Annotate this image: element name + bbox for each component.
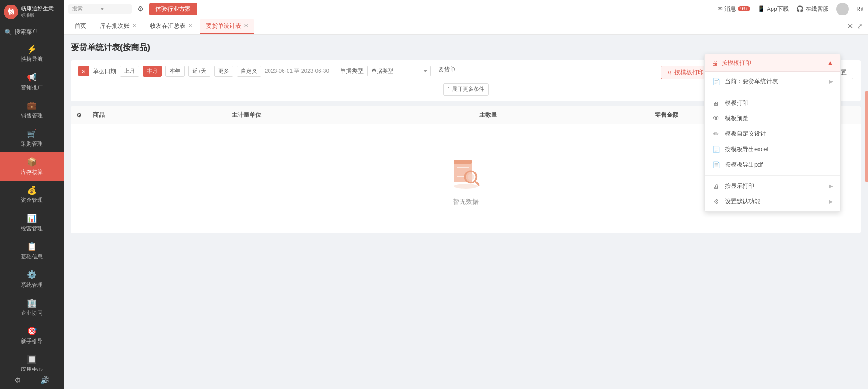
tab-home[interactable]: 首页: [68, 19, 93, 34]
sidebar-footer: ⚙ 🔊: [0, 371, 64, 389]
topbar-gear-icon[interactable]: ⚙: [137, 5, 144, 13]
filter-date-section: 单据日期 上月 本月 本年 近7天 更多 自定义 2023-06-01 至 20…: [93, 66, 329, 77]
industry-btn[interactable]: 体验行业方案: [149, 3, 197, 15]
dropdown-section-display: 🖨 按显示打印 ▶ ⚙ 设置默认功能 ▶: [705, 177, 840, 211]
svg-line-8: [475, 181, 479, 185]
message-badge: 99+: [738, 6, 750, 11]
sidebar-item-system[interactable]: ⚙️ 系统管理: [0, 265, 64, 293]
sidebar-item-quick-nav[interactable]: ⚡ 快捷导航: [0, 40, 64, 68]
tab-inventory-batch[interactable]: 库存批次账 ✕: [94, 19, 143, 34]
tab-close-order-stats[interactable]: ✕: [244, 23, 248, 29]
filter-type-section: 单据类型 单据类型: [340, 66, 431, 76]
tab-close-receipt-summary[interactable]: ✕: [188, 23, 192, 29]
date-btn-more[interactable]: 更多: [214, 66, 233, 77]
svg-rect-2: [454, 160, 472, 164]
quick-nav-icon: ⚡: [27, 44, 37, 54]
col-quantity: 主数量: [474, 106, 649, 124]
dropdown-template-print[interactable]: 🖨 模板打印: [705, 95, 840, 111]
app-icon: 📱: [758, 5, 765, 12]
right-scrollbar[interactable]: [865, 91, 868, 182]
sidebar-item-newbie[interactable]: 🎯 新手引导: [0, 322, 64, 350]
sidebar-item-finance[interactable]: 💰 资金管理: [0, 181, 64, 209]
marketing-icon: 📢: [27, 72, 37, 82]
search-dropdown-icon: ▼: [100, 6, 128, 11]
order-type-select[interactable]: 单据类型: [367, 66, 431, 76]
filter-expand-btn[interactable]: »: [78, 66, 89, 76]
online-service-btn[interactable]: 🎧 在线客服: [796, 5, 829, 13]
sidebar-item-purchase[interactable]: 🛒 采购管理: [0, 124, 64, 152]
sidebar-item-operations[interactable]: 📊 经营管理: [0, 209, 64, 237]
sidebar-item-sales[interactable]: 💼 销售管理: [0, 96, 64, 124]
username-label[interactable]: Rit: [856, 5, 863, 12]
dropdown-collapse-btn[interactable]: ▲: [828, 60, 833, 66]
date-btn-last-month[interactable]: 上月: [120, 66, 139, 77]
default-function-icon: ⚙: [712, 198, 720, 205]
template-design-icon: ✏: [712, 130, 720, 137]
dropdown-divider-1: [705, 92, 840, 92]
dropdown-current-template[interactable]: 📄 当前：要货单统计表 ▶: [705, 74, 840, 89]
topbar: 搜索 ▼ ⚙ 体验行业方案 ✉ 消息 99+ 📱 App下载 🎧 在线客服 Ri…: [64, 0, 868, 18]
user-avatar[interactable]: [836, 3, 849, 15]
dropdown-template-export-excel[interactable]: 📄 按模板导出excel: [705, 141, 840, 157]
tab-order-stats[interactable]: 要货单统计表 ✕: [200, 19, 254, 34]
template-preview-icon: 👁: [712, 115, 720, 122]
tab-expand-btn[interactable]: ⤢: [856, 21, 863, 31]
sidebar: 畅 畅康通好生意 标准版 🔍 搜索菜单 ⚡ 快捷导航 📢 营销推广 💼 销售管理…: [0, 0, 64, 389]
enterprise-icon: 🏢: [27, 298, 37, 308]
print-header-icon: 🖨: [712, 60, 718, 66]
date-btn-this-year[interactable]: 本年: [165, 66, 185, 77]
col-product: 商品: [87, 106, 226, 124]
sidebar-item-inventory[interactable]: 📦 库存核算: [0, 152, 64, 181]
sidebar-sound-btn[interactable]: 🔊: [40, 376, 50, 384]
filter-date-row: 单据日期 上月 本月 本年 近7天 更多 自定义 2023-06-01 至 20…: [93, 66, 329, 77]
newbie-icon: 🎯: [27, 326, 37, 336]
col-unit: 主计量单位: [226, 106, 474, 124]
dropdown-default-function[interactable]: ⚙ 设置默认功能 ▶: [705, 194, 840, 209]
col-settings[interactable]: ⚙: [71, 106, 87, 124]
print-icon: 🖨: [667, 69, 673, 76]
template-print-icon: 🖨: [712, 99, 720, 106]
topbar-search[interactable]: 搜索 ▼: [68, 4, 132, 14]
dropdown-template-export-pdf[interactable]: 📄 按模板导出pdf: [705, 157, 840, 172]
tab-close-inventory-batch[interactable]: ✕: [132, 23, 136, 29]
search-icon: 🔍: [5, 29, 12, 35]
sidebar-nav: ⚡ 快捷导航 📢 营销推广 💼 销售管理 🛒 采购管理 📦 库存核算 💰 资金管…: [0, 40, 64, 371]
sidebar-item-marketing[interactable]: 📢 营销推广: [0, 68, 64, 96]
tabs-actions: ✕ ⤢: [846, 21, 863, 31]
dropdown-section-current: 📄 当前：要货单统计表 ▶: [705, 72, 840, 91]
main-area: 搜索 ▼ ⚙ 体验行业方案 ✉ 消息 99+ 📱 App下载 🎧 在线客服 Ri…: [64, 0, 868, 389]
tab-close-all-btn[interactable]: ✕: [846, 21, 854, 31]
dropdown-display-print[interactable]: 🖨 按显示打印 ▶: [705, 178, 840, 194]
tab-receipt-summary[interactable]: 收发存汇总表 ✕: [144, 19, 199, 34]
purchase-icon: 🛒: [27, 129, 37, 139]
message-btn[interactable]: ✉ 消息 99+: [718, 5, 750, 13]
expand-more-btn[interactable]: ˅ 展开更多条件: [443, 83, 489, 96]
date-btn-this-month[interactable]: 本月: [143, 66, 162, 77]
inventory-icon: 📦: [27, 157, 37, 167]
date-btn-custom[interactable]: 自定义: [237, 66, 261, 77]
empty-illustration: [445, 152, 486, 192]
sidebar-item-basic[interactable]: 📋 基础信息: [0, 237, 64, 265]
content-area: 要货单统计表(按商品) » 单据日期 上月 本月 本年 近7天 更多 自定义 2…: [64, 35, 868, 389]
date-label: 单据日期: [93, 67, 116, 76]
svg-point-7: [468, 174, 474, 180]
sidebar-settings-btn[interactable]: ⚙: [15, 376, 21, 384]
date-btn-7days[interactable]: 近7天: [188, 66, 210, 77]
dropdown-template-design[interactable]: ✏ 模板自定义设计: [705, 126, 840, 141]
tabs-bar: 首页 库存批次账 ✕ 收发存汇总表 ✕ 要货单统计表 ✕ ✕ ⤢: [64, 18, 868, 35]
logo-icon: 畅: [4, 5, 18, 19]
sidebar-search[interactable]: 🔍 搜索菜单: [0, 24, 64, 40]
finance-icon: 💰: [27, 185, 37, 195]
app-center-icon: 🔲: [27, 354, 37, 364]
sidebar-item-enterprise[interactable]: 🏢 企业协同: [0, 293, 64, 322]
display-print-icon: 🖨: [712, 182, 720, 190]
page-title: 要货单统计表(按商品): [71, 42, 861, 53]
print-dropdown-menu: 🖨 按模板打印 ▲ 📄 当前：要货单统计表 ▶ 🖨 模板打: [704, 54, 841, 212]
app-download-btn[interactable]: 📱 App下载: [758, 5, 789, 13]
dropdown-template-preview[interactable]: 👁 模板预览: [705, 111, 840, 126]
dropdown-section-main: 🖨 模板打印 👁 模板预览 ✏ 模板自定义设计 📄 按模板导出excel 📄: [705, 93, 840, 174]
message-icon: ✉: [718, 5, 723, 12]
sidebar-item-app-center[interactable]: 🔲 应用中心: [0, 350, 64, 371]
operations-icon: 📊: [27, 213, 37, 223]
sales-icon: 💼: [27, 101, 37, 111]
